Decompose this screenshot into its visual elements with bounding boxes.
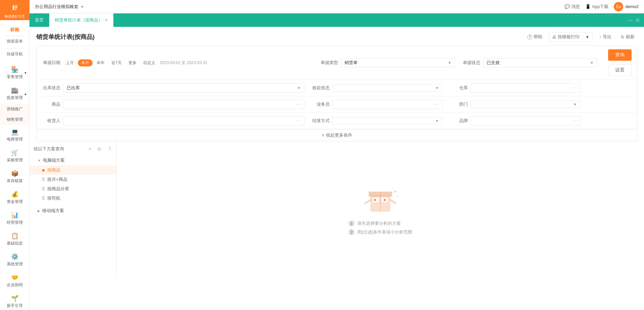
dept-select[interactable]: ▼ [471, 101, 581, 108]
search-menu-btn[interactable]: 搜索菜单 [7, 37, 23, 47]
sidebar-item-retail[interactable]: 🏪 零售管理 ▼ [0, 62, 29, 83]
desktop-section-label: 电脑端方案 [43, 157, 65, 163]
export-btn[interactable]: ↑ 导出 [597, 33, 614, 41]
type-select[interactable]: 销货单 ▼ [341, 58, 455, 67]
topbar-message-btn[interactable]: 💬 消息 [565, 4, 580, 10]
quick-nav-btn[interactable]: 快捷导航 [7, 50, 23, 60]
warehouse-label: 仓库 [449, 85, 468, 91]
ecommerce-icon: 💻 [11, 128, 18, 136]
topbar-title-section: 办公用品行业模拟账套 ▼ [35, 4, 560, 10]
date-7days-btn[interactable]: 近7天 [109, 59, 124, 66]
collapse-bar[interactable]: ∧ 收起更多条件 [37, 129, 637, 141]
sidebar-item-newbie[interactable]: 🌱 新手引导 [0, 291, 29, 310]
ecommerce-label: 电商管理 [7, 137, 23, 142]
recv-status-select[interactable]: ▼ [332, 84, 443, 92]
topbar-dropdown-icon[interactable]: ▼ [80, 5, 84, 9]
sidebar-item-marketing[interactable]: 营销推广 [0, 104, 29, 114]
sidebar-item-inventory[interactable]: 📦 库存核算 [0, 166, 29, 187]
date-current-year-btn[interactable]: 本年 [94, 59, 107, 66]
topbar-appdownload-btn[interactable]: 📱 App下载 [585, 4, 608, 10]
sidebar-item-finance[interactable]: 💰 资金管理 [0, 187, 29, 208]
query-btn[interactable]: 查询 [608, 49, 632, 61]
out-status-value: 已出库 ▼ [63, 83, 305, 93]
staff-value: ··· [332, 100, 443, 109]
sidebar-item-wholesale[interactable]: 🏬 批发管理 ▲ [0, 83, 29, 104]
print-btn[interactable]: 🖨 按模板打印 [549, 33, 582, 41]
filter-row-1: 单据日期 上月 本月 本年 近7天 更多 自定义 2023-03-01 至 20… [37, 46, 637, 80]
message-label: 消息 [571, 4, 580, 10]
sales-label: 销售管理 [7, 117, 23, 122]
receiver-value: ··· [63, 116, 305, 125]
hint-num-1: 1 [348, 220, 355, 226]
warehouse-input[interactable]: ··· [471, 83, 581, 93]
date-label: 单据日期 [42, 60, 60, 66]
sidebar-item-purchase[interactable]: 🛒 采购管理 [0, 146, 29, 166]
tree-item-by-driver[interactable]: ☰ 按司机 [30, 194, 116, 203]
payment-value: ▼ [332, 117, 443, 124]
window-minimize-btn[interactable]: — [628, 18, 633, 22]
panel-add-btn[interactable]: ＋ [86, 145, 94, 153]
recv-status-icon: ▼ [435, 86, 439, 90]
svg-text:好: 好 [12, 4, 18, 10]
filter-dept: 部门 ▼ [449, 101, 581, 108]
date-shortcuts: 上月 本月 本年 近7天 更多 自定义 [63, 59, 158, 66]
staff-input[interactable]: ··· [332, 100, 443, 109]
status-select[interactable]: 已生效 ▼ [483, 58, 597, 67]
help-btn[interactable]: ? 帮助 [525, 33, 545, 41]
empty-hint-2: 2 用[过滤]条件来缩小分析范围 [348, 229, 412, 235]
date-more-btn[interactable]: 更多 [126, 59, 139, 66]
tree-mobile-section[interactable]: ▶ 移动端方案 [30, 206, 116, 216]
wholesale-icon: 🏬 [11, 87, 18, 94]
page-header: 销货单统计表(按商品) ? 帮助 🖨 按模板打印 ▼ ↑ 导出 [30, 27, 644, 46]
date-current-month-btn[interactable]: 本月 [78, 59, 93, 66]
filter-zone: 单据日期 上月 本月 本年 近7天 更多 自定义 2023-03-01 至 20… [30, 46, 644, 141]
status-label: 单据状态 [462, 60, 480, 66]
sidebar-item-ecommerce[interactable]: 💻 电商管理 [0, 125, 29, 146]
tree-mobile-expand-icon: ▶ [38, 209, 40, 213]
filter-recv-status: 收款状态 ▼ [311, 84, 443, 92]
tab-sales-stats[interactable]: 销货单统计表（按商品） ✕ [49, 13, 113, 27]
goods-input[interactable]: ··· [63, 100, 305, 109]
empty-illustration [360, 182, 400, 215]
sidebar-item-sales[interactable]: 销售管理 [0, 114, 29, 125]
filter-receiver: 收货人 ··· [42, 116, 305, 125]
sidebar-logo[interactable]: 好 畅捷通好生意 [0, 0, 30, 20]
sidebar-item-base[interactable]: 📋 基础信息 [0, 229, 29, 250]
payment-label: 结算方式 [311, 118, 330, 124]
tree-desktop-section[interactable]: ▼ 电脑端方案 [30, 155, 116, 165]
tab-close-btn[interactable]: ✕ [105, 18, 108, 22]
avatar: Ea [614, 2, 623, 11]
sidebar-item-operation[interactable]: 📊 经营管理 [0, 208, 29, 229]
by-goods-label: 按商品 [47, 167, 60, 173]
empty-icon [360, 182, 400, 215]
print-dropdown-btn[interactable]: ▼ [583, 33, 592, 41]
panel-collapse-btn[interactable]: 《 [105, 145, 112, 153]
sidebar-item-cooperation[interactable]: 🤝 企业协同 [0, 270, 29, 291]
export-label: 导出 [603, 34, 611, 40]
tree-item-by-category[interactable]: ☰ 按商品分类 [30, 184, 116, 194]
panel-settings-btn[interactable]: ⊙ [96, 145, 103, 153]
receiver-input[interactable]: ··· [63, 116, 305, 125]
right-panel: 1 请先选择要分析的方案 2 用[过滤]条件来缩小分析范围 [117, 141, 644, 275]
tree-item-by-goods[interactable]: ● 按商品 [30, 165, 116, 175]
window-maximize-btn[interactable]: ⊡ [635, 18, 640, 22]
svg-point-13 [392, 188, 394, 189]
sidebar-item-system[interactable]: ⚙️ 系统管理 [0, 250, 29, 270]
topbar-user[interactable]: Ea demo2 [614, 2, 639, 11]
refresh-btn[interactable]: ↻ 刷新 [618, 33, 637, 41]
empty-hint: 1 请先选择要分析的方案 2 用[过滤]条件来缩小分析范围 [348, 220, 412, 235]
home-tab-label: 首页 [35, 17, 44, 23]
tree-item-by-month-goods[interactable]: ☰ 按月+商品 [30, 175, 116, 184]
settings-btn[interactable]: 设置 [608, 64, 632, 76]
print-label: 按模板打印 [558, 34, 580, 39]
tabbar: 首页 销货单统计表（按商品） ✕ — ⊡ [30, 13, 644, 27]
payment-select[interactable]: ▼ [332, 117, 443, 124]
out-status-select[interactable]: 已出库 ▼ [63, 83, 305, 93]
tab-home[interactable]: 首页 [30, 13, 49, 27]
brand-input[interactable]: ··· [471, 116, 581, 125]
date-custom-btn[interactable]: 自定义 [141, 59, 158, 66]
date-last-month-btn[interactable]: 上月 [63, 59, 76, 66]
recv-status-label: 收款状态 [311, 85, 330, 91]
sidebar: 好 畅捷通好生意 标账 搜索菜单 快捷导航 🏪 零售管理 ▼ 🏬 批发管理 ▲ … [0, 0, 30, 310]
filter-payment: 结算方式 ▼ [311, 117, 443, 124]
